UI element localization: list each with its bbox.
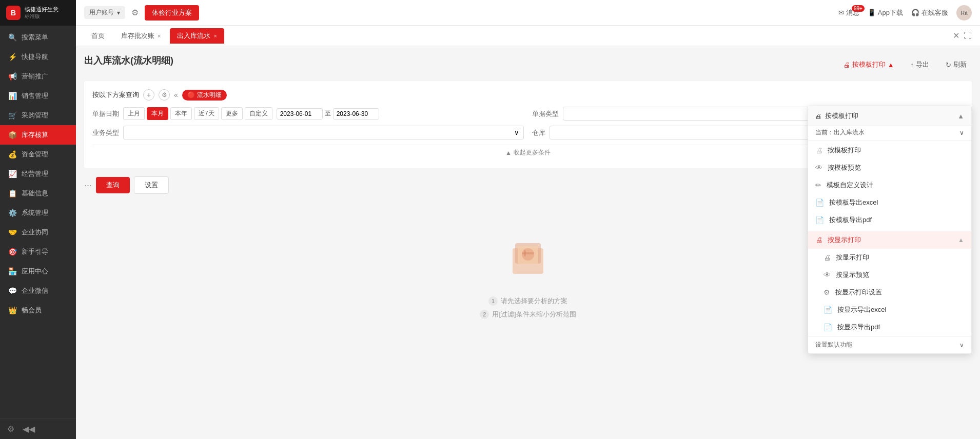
member-icon: 👑 xyxy=(7,306,17,314)
tab-batch-account[interactable]: 库存批次账 × xyxy=(114,28,168,44)
avatar-text: Rit xyxy=(961,10,967,16)
dropdown-item-display-preview[interactable]: 👁 按显示预览 xyxy=(808,266,971,284)
sidebar-item-marketing-label: 营销推广 xyxy=(22,72,48,81)
dropdown-item-template-print[interactable]: 🖨 按模板打印 xyxy=(808,142,971,159)
tab-flow[interactable]: 出入库流水 × xyxy=(170,28,224,44)
header-actions: ✉ 消息 99+ 📱 App下载 🎧 在线客服 Rit xyxy=(838,5,972,21)
dropdown-item-display-print[interactable]: 🖨 按显示打印 xyxy=(808,249,971,266)
business-type-select[interactable]: ∨ xyxy=(123,126,524,139)
expand-icon[interactable]: ⛶ xyxy=(964,31,972,41)
template-export-excel-label: 按模板导出excel xyxy=(829,198,878,207)
trial-button[interactable]: 体验行业方案 xyxy=(145,5,199,21)
filter-settings-button[interactable]: ⚙ xyxy=(159,89,170,101)
avatar[interactable]: Rit xyxy=(956,5,972,21)
more-dots-icon[interactable]: ··· xyxy=(84,180,92,191)
tabs-actions: ✕ ⛶ xyxy=(953,31,972,41)
sidebar-item-cooperation[interactable]: 🤝 企业协同 xyxy=(0,223,76,242)
dropdown-header: 🖨 按模板打印 ▲ xyxy=(808,106,971,126)
refresh-button[interactable]: ↻ 刷新 xyxy=(940,57,972,72)
export-button[interactable]: ↑ 导出 xyxy=(906,57,935,72)
sidebar-item-guide[interactable]: 🎯 新手引导 xyxy=(0,242,76,262)
display-print-settings-icon: ⚙ xyxy=(824,288,830,296)
app-download-label: App下载 xyxy=(878,8,903,17)
sidebar-item-sales[interactable]: 📊 销售管理 xyxy=(0,86,76,106)
display-preview-label: 按显示预览 xyxy=(836,270,869,280)
dropdown-section-display[interactable]: 🖨 按显示打印 ▲ xyxy=(808,231,971,249)
sidebar-item-operations[interactable]: 📈 经营管理 xyxy=(0,164,76,184)
online-service-action[interactable]: 🎧 在线客服 xyxy=(911,8,948,17)
messages-action[interactable]: ✉ 消息 99+ xyxy=(838,8,859,17)
display-section-arrow: ▲ xyxy=(958,236,964,244)
template-preview-label: 按模板预览 xyxy=(828,163,861,172)
sidebar-item-marketing[interactable]: 📢 营销推广 xyxy=(0,67,76,86)
current-label-text: 当前：出入库流水 xyxy=(815,128,865,137)
sales-icon: 📊 xyxy=(7,92,17,100)
dropdown-item-template-export-pdf[interactable]: 📄 按模板导出pdf xyxy=(808,211,971,229)
dropdown-item-template-customize[interactable]: ✏ 模板自定义设计 xyxy=(808,176,971,194)
empty-hint-1-text: 请先选择要分析的方案 xyxy=(501,296,567,306)
footer-arrow: ∨ xyxy=(959,342,964,349)
search-icon: 🔍 xyxy=(7,33,17,42)
sidebar-item-quick-nav[interactable]: ⚡ 快捷导航 xyxy=(0,47,76,67)
dropdown-item-display-export-excel[interactable]: 📄 按显示导出excel xyxy=(808,301,971,318)
dropdown-footer[interactable]: 设置默认功能 ∨ xyxy=(808,336,971,353)
template-preview-icon: 👁 xyxy=(815,164,822,172)
footer-label: 设置默认功能 xyxy=(815,341,852,349)
header-settings-icon[interactable]: ⚙ xyxy=(131,8,139,17)
expand-arrow-icon: ▲ xyxy=(888,61,894,69)
dropdown-item-template-export-excel[interactable]: 📄 按模板导出excel xyxy=(808,194,971,211)
business-type-field: 业务类型 ∨ xyxy=(92,126,524,139)
filter-add-button[interactable]: + xyxy=(143,89,154,101)
dropdown-expand-icon: ▲ xyxy=(957,112,964,120)
warehouse-label: 仓库 xyxy=(532,128,545,137)
sidebar-logo: B 畅捷通好生意 标准版 xyxy=(0,0,76,26)
sidebar-item-inventory[interactable]: 📦 库存核算 xyxy=(0,125,76,145)
dropdown-current-label[interactable]: 当前：出入库流水 ∨ xyxy=(808,126,971,139)
date-btn-this-year[interactable]: 本年 xyxy=(170,107,192,120)
date-from-input[interactable] xyxy=(277,108,323,119)
settings-button[interactable]: 设置 xyxy=(134,176,169,194)
tabs-bar: 首页 库存批次账 × 出入库流水 × ✕ ⛶ xyxy=(76,26,980,46)
dropdown-item-template-preview[interactable]: 👁 按模板预览 xyxy=(808,159,971,176)
content-toolbar: 🖨 按模板打印 ▲ ↑ 导出 ↻ 刷新 xyxy=(838,57,972,72)
display-section-icon: 🖨 xyxy=(815,236,822,244)
online-service-label: 在线客服 xyxy=(922,8,948,17)
filter-collapse-button[interactable]: « xyxy=(174,91,178,99)
tab-flow-close[interactable]: × xyxy=(213,33,217,39)
template-print-label: 按模板打印 xyxy=(828,146,861,155)
date-btn-more[interactable]: 更多 xyxy=(221,107,243,120)
sidebar-item-purchase[interactable]: 🛒 采购管理 xyxy=(0,106,76,125)
sidebar-item-app-center[interactable]: 🏪 应用中心 xyxy=(0,262,76,281)
close-all-icon[interactable]: ✕ xyxy=(953,31,959,41)
date-btn-this-month[interactable]: 本月 xyxy=(147,107,168,120)
sidebar-item-wechat[interactable]: 💬 企业微信 xyxy=(0,281,76,301)
inventory-icon: 📦 xyxy=(7,131,17,139)
collapse-label: 收起更多条件 xyxy=(514,148,551,157)
template-customize-label: 模板自定义设计 xyxy=(827,181,873,190)
message-icon: ✉ xyxy=(838,9,844,16)
tab-batch-account-close[interactable]: × xyxy=(158,33,161,39)
query-button[interactable]: 查询 xyxy=(96,177,130,193)
date-btn-custom[interactable]: 自定义 xyxy=(245,107,272,120)
sidebar-settings-icon[interactable]: ⚙ xyxy=(7,424,14,434)
sidebar-item-member[interactable]: 👑 畅会员 xyxy=(0,301,76,320)
user-selector[interactable]: 用户账号 ▾ xyxy=(84,6,125,19)
sidebar-item-basics[interactable]: 📋 基础信息 xyxy=(0,184,76,203)
app-download-action[interactable]: 📱 App下载 xyxy=(868,8,903,17)
dropdown-item-display-print-settings[interactable]: ⚙ 按显示打印设置 xyxy=(808,284,971,301)
collapse-up-icon: ▲ xyxy=(505,149,512,156)
dropdown-item-display-export-pdf[interactable]: 📄 按显示导出pdf xyxy=(808,318,971,336)
date-btn-last-month[interactable]: 上月 xyxy=(123,107,145,120)
sidebar-item-finance[interactable]: 💰 资金管理 xyxy=(0,145,76,164)
date-range: 至 xyxy=(277,108,379,119)
date-to-input[interactable] xyxy=(333,108,379,119)
sidebar-item-search[interactable]: 🔍 搜索菜单 xyxy=(0,28,76,47)
operations-icon: 📈 xyxy=(7,170,17,178)
filter-tag-icon: 🔴 xyxy=(187,91,195,98)
print-template-button[interactable]: 🖨 按模板打印 ▲ xyxy=(838,57,899,72)
empty-hint-2-text: 用[过滤]条件来缩小分析范围 xyxy=(492,310,576,319)
date-btn-last-7-days[interactable]: 近7天 xyxy=(194,107,219,120)
sidebar-collapse-icon[interactable]: ◀◀ xyxy=(23,424,35,434)
tab-home[interactable]: 首页 xyxy=(84,28,112,44)
sidebar-item-system[interactable]: ⚙️ 系统管理 xyxy=(0,203,76,223)
